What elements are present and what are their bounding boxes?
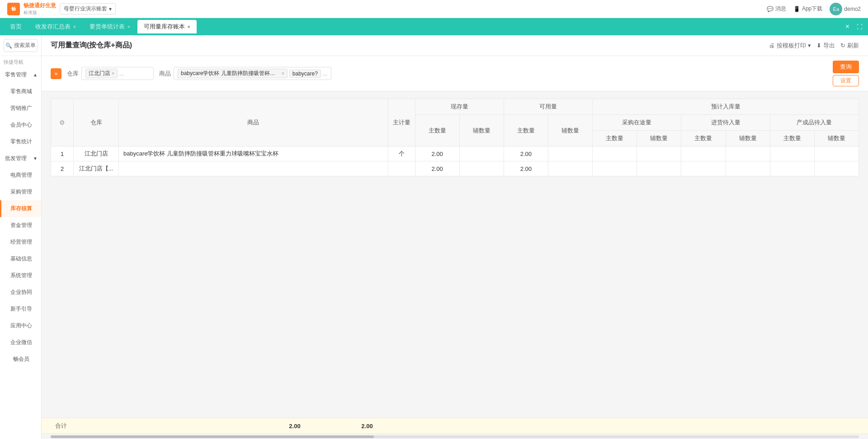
app-download-action[interactable]: 📱 App下载 xyxy=(793,5,822,13)
sidebar-item-marketing[interactable]: 营销推广 xyxy=(0,100,41,117)
cell-inbound-main xyxy=(681,146,726,161)
tab-close-receive-summary[interactable]: × xyxy=(73,24,76,29)
brand-sub: 标准版 xyxy=(24,9,56,16)
query-button[interactable]: 查询 xyxy=(833,61,859,73)
product-tag-close-1[interactable]: × xyxy=(282,71,284,76)
expand-filter-button[interactable]: » xyxy=(51,68,61,79)
th-stock-main: 主数量 xyxy=(415,115,459,146)
tab-available-stock[interactable]: 可用量库存账本 × xyxy=(137,20,197,33)
tab-actions: × ⛶ xyxy=(844,22,864,32)
footer-stock-main: 2.00 xyxy=(277,423,313,430)
brand-info: 畅捷通好生意 标准版 xyxy=(24,2,56,16)
tab-close-available-stock[interactable]: × xyxy=(188,24,190,29)
cell-avail-main: 2.00 xyxy=(504,146,548,161)
content-area: 可用量查询(按仓库+商品) 🖨 按模板打印 ▾ ⬇ 导出 ↻ 刷新 » xyxy=(42,35,868,439)
sidebar-item-operations[interactable]: 经营管理 xyxy=(0,234,41,250)
tab-home[interactable]: 首页 xyxy=(4,20,28,33)
sidebar-item-guide[interactable]: 新手引导 xyxy=(0,301,41,317)
cell-product: babycare学饮杯 儿童防摔防撞吸管杯重力球吸嘴杯宝宝水杯 xyxy=(119,146,388,161)
settings-button[interactable]: 设置 xyxy=(833,75,859,86)
cell-stock-main: 2.00 xyxy=(415,161,459,176)
refresh-button[interactable]: ↻ 刷新 xyxy=(840,42,859,50)
footer-label: 合计 xyxy=(51,422,114,430)
avatar: Ea xyxy=(830,3,842,15)
th-main-unit: 主计量 xyxy=(388,99,415,146)
chevron-down-icon: ▾ xyxy=(109,6,112,12)
sidebar-item-ecommerce[interactable]: 电商管理 xyxy=(0,167,41,184)
template-print-button[interactable]: 🖨 按模板打印 ▾ xyxy=(769,42,811,50)
th-warehouse: 仓库 xyxy=(74,99,119,146)
chevron-icon: ▲ xyxy=(33,72,38,77)
filter-actions: 查询 设置 xyxy=(833,61,859,86)
tab-close-order-stats[interactable]: × xyxy=(127,24,130,29)
filter-bar: » 仓库 江北门店 × ... 商品 babycare学饮杯 儿童防摔防撞吸管杯… xyxy=(42,56,868,91)
warehouse-filter-label: 仓库 xyxy=(67,70,79,78)
cell-inbound-main xyxy=(681,161,726,176)
cell-stock-aux xyxy=(459,161,504,176)
sidebar-item-retail-mall[interactable]: 零售商城 xyxy=(0,83,41,100)
table-footer: 合计 2.00 2.00 xyxy=(42,418,868,434)
product-filter-tags[interactable]: babycare学饮杯 儿童防摔防撞吸管杯重力球吸嘴杯宝宝水杯 × babyca… xyxy=(174,67,331,80)
scroll-thumb[interactable] xyxy=(51,435,374,438)
close-all-tabs-button[interactable]: × xyxy=(844,22,851,32)
warehouse-filter-more[interactable]: ... xyxy=(119,71,124,77)
warehouse-filter-group: 仓库 江北门店 × ... xyxy=(67,67,154,80)
message-action[interactable]: 💬 消息 xyxy=(767,5,786,13)
sidebar-item-retail-mgmt[interactable]: 零售管理 ▲ xyxy=(0,66,41,83)
export-icon: ⬇ xyxy=(816,42,821,49)
user-avatar[interactable]: Ea demo2 xyxy=(830,3,861,15)
table-row: 1 江北门店 babycare学饮杯 儿童防摔防撞吸管杯重力球吸嘴杯宝宝水杯 个… xyxy=(51,146,859,161)
expand-button[interactable]: ⛶ xyxy=(855,23,864,31)
cell-products-main xyxy=(770,146,814,161)
product-tag-babycare2: babycare? xyxy=(289,70,321,78)
cell-products-aux xyxy=(814,161,859,176)
warehouse-filter-tags[interactable]: 江北门店 × ... xyxy=(81,67,154,80)
refresh-icon: ↻ xyxy=(840,42,845,49)
print-icon: 🖨 xyxy=(769,42,775,49)
tab-order-stats[interactable]: 要货单统计表 × xyxy=(83,20,137,33)
industry-select[interactable]: 母婴行业演示账套 ▾ xyxy=(60,3,116,14)
cell-purchase-aux xyxy=(637,146,681,161)
cell-inbound-aux xyxy=(726,146,770,161)
product-filter-more[interactable]: ... xyxy=(323,71,327,77)
sidebar-item-enterprise[interactable]: 企业协同 xyxy=(0,284,41,301)
th-products-main: 主数量 xyxy=(770,131,814,146)
th-purchase-aux: 辅数量 xyxy=(637,131,681,146)
sidebar-item-members[interactable]: 会员中心 xyxy=(0,117,41,133)
th-purchase-main: 主数量 xyxy=(593,131,637,146)
chevron-icon: ▼ xyxy=(33,156,38,161)
warehouse-tag-close[interactable]: × xyxy=(112,71,114,76)
th-products-pending: 产成品待入量 xyxy=(770,115,859,131)
search-icon: 🔍 xyxy=(5,42,12,49)
cell-avail-main: 2.00 xyxy=(504,161,548,176)
sidebar-item-purchase[interactable]: 采购管理 xyxy=(0,184,41,200)
sidebar-item-vip[interactable]: 畅会员 xyxy=(0,351,41,368)
th-purchase-transit: 采购在途量 xyxy=(593,115,681,131)
th-inbound-main: 主数量 xyxy=(681,131,726,146)
sidebar-item-app-center[interactable]: 应用中心 xyxy=(0,317,41,334)
sidebar-item-system[interactable]: 系统管理 xyxy=(0,267,41,284)
export-button[interactable]: ⬇ 导出 xyxy=(816,42,835,50)
sidebar-search: 🔍 搜索菜单 xyxy=(0,35,41,56)
brand-logo: 畅 xyxy=(7,3,20,15)
message-icon: 💬 xyxy=(767,6,774,12)
tab-receive-summary[interactable]: 收发存汇总表 × xyxy=(29,20,82,33)
sidebar-item-wechat[interactable]: 企业微信 xyxy=(0,334,41,351)
sidebar-item-finance[interactable]: 资金管理 xyxy=(0,217,41,234)
search-menu-button[interactable]: 🔍 搜索菜单 xyxy=(4,39,38,52)
page-header-actions: 🖨 按模板打印 ▾ ⬇ 导出 ↻ 刷新 xyxy=(769,42,859,50)
th-current-stock: 现存量 xyxy=(415,99,504,115)
cell-inbound-aux xyxy=(726,161,770,176)
sidebar-item-inventory[interactable]: 库存核算 xyxy=(0,200,41,217)
main-layout: 🔍 搜索菜单 快捷导航 零售管理 ▲ 零售商城 营销推广 会员中心 零售统计 批… xyxy=(0,35,868,439)
cell-rownum: 2 xyxy=(51,161,74,176)
scroll-track[interactable] xyxy=(51,435,859,438)
th-available: 可用量 xyxy=(504,99,592,115)
sidebar-item-wholesale-mgmt[interactable]: 批发管理 ▼ xyxy=(0,150,41,167)
th-avail-main: 主数量 xyxy=(504,115,548,146)
sidebar-item-basic-info[interactable]: 基础信息 xyxy=(0,250,41,267)
top-bar-right: 💬 消息 📱 App下载 Ea demo2 xyxy=(767,3,861,15)
product-filter-group: 商品 babycare学饮杯 儿童防摔防撞吸管杯重力球吸嘴杯宝宝水杯 × bab… xyxy=(159,67,331,80)
sidebar-item-retail-stats[interactable]: 零售统计 xyxy=(0,133,41,150)
column-settings-icon[interactable]: ⚙ xyxy=(59,119,65,126)
